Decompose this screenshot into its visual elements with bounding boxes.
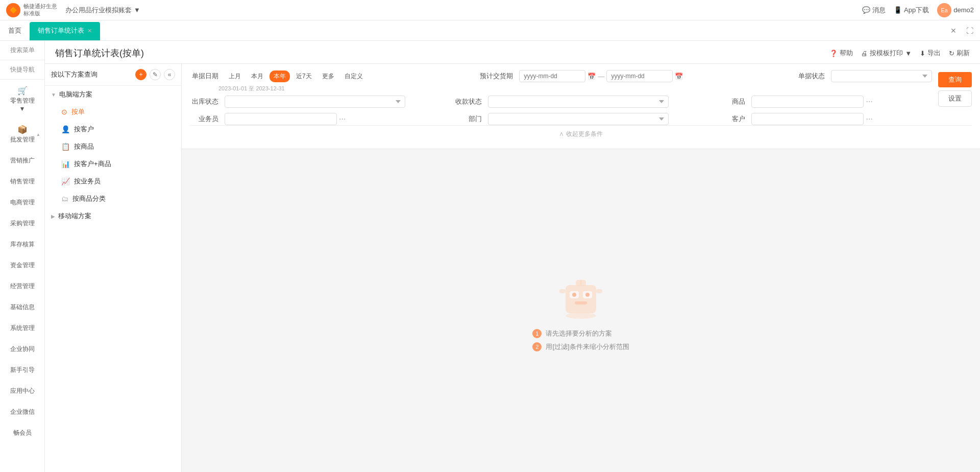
- message-button[interactable]: 💬 消息: [862, 6, 886, 15]
- table-icon: 🗂: [61, 195, 68, 203]
- department-select[interactable]: [488, 113, 669, 125]
- download-icon: 📱: [894, 6, 902, 14]
- export-button[interactable]: ⬇ 导出: [920, 49, 941, 58]
- avatar: Ea: [937, 3, 951, 17]
- sidebar-item-marketing[interactable]: 营销推广: [0, 150, 44, 171]
- app-selector[interactable]: 办公用品行业模拟账套 ▼: [61, 6, 144, 15]
- goods-more-icon[interactable]: ···: [866, 97, 872, 106]
- tree-item-by-goods[interactable]: 📋 按商品: [51, 138, 181, 155]
- sidebar-item-finance[interactable]: 资金管理: [0, 255, 44, 276]
- expected-delivery-start[interactable]: [519, 70, 585, 82]
- left-panel-actions: + ✎ «: [135, 69, 175, 80]
- tree-item-by-customer[interactable]: 👤 按客户: [51, 121, 181, 138]
- top-bar-right: 💬 消息 📱 App下载 Ea demo2: [862, 3, 974, 17]
- payment-status-select[interactable]: [488, 96, 669, 108]
- delivery-status-select[interactable]: [225, 96, 405, 108]
- tab-maximize-button[interactable]: ⛶: [964, 25, 976, 37]
- empty-state: 1 请先选择要分析的方案 2 用[过滤]条件来缩小分析范围: [182, 149, 980, 472]
- logo-icon: 🔶: [6, 3, 20, 17]
- sidebar-item-enterprise[interactable]: 企业协同: [0, 339, 44, 360]
- tree-item-by-salesperson[interactable]: 📈 按业务员: [51, 173, 181, 190]
- goods-input[interactable]: [751, 96, 864, 108]
- calendar-start-icon[interactable]: 📅: [587, 73, 596, 80]
- payment-status-label: 收款状态: [453, 97, 482, 106]
- query-button[interactable]: 查询: [938, 72, 972, 87]
- retail-icon: 🛒: [0, 86, 44, 96]
- inner-layout: 按以下方案查询 + ✎ « ▼ 电脑端方案 ⊙ 按单: [45, 64, 980, 472]
- sidebar-item-basic[interactable]: 基础信息: [0, 297, 44, 318]
- tree-item-by-category[interactable]: 🗂 按商品分类: [51, 190, 181, 207]
- svg-point-4: [572, 293, 576, 297]
- svg-rect-6: [575, 301, 587, 304]
- date-btn-this-year[interactable]: 本年: [270, 70, 290, 82]
- tab-bar-right: ✕ ⛶: [947, 25, 976, 37]
- tab-close-icon[interactable]: ✕: [87, 28, 92, 34]
- search-menu[interactable]: 搜索菜单: [0, 41, 44, 60]
- date-btn-7days[interactable]: 近7天: [292, 70, 316, 82]
- tree-item-by-order[interactable]: ⊙ 按单: [51, 103, 181, 121]
- mobile-section-header[interactable]: ▶ 移动端方案: [45, 207, 181, 225]
- goods-label: 商品: [717, 97, 745, 106]
- sidebar-item-appcenter[interactable]: 应用中心: [0, 381, 44, 402]
- user-menu[interactable]: Ea demo2: [937, 3, 974, 17]
- date-btn-more[interactable]: 更多: [318, 70, 338, 82]
- action-buttons: 查询 设置: [938, 72, 972, 107]
- sidebar-item-sales[interactable]: 销售管理: [0, 171, 44, 192]
- add-scheme-button[interactable]: +: [135, 69, 146, 80]
- tab-bar: 首页 销售订单统计表 ✕ ✕ ⛶: [0, 20, 980, 41]
- sidebar-item-wechat[interactable]: 企业微信: [0, 402, 44, 422]
- goods-icon: 📋: [61, 143, 70, 151]
- pc-section-header[interactable]: ▼ 电脑端方案: [45, 86, 181, 103]
- sidebar-item-newguide[interactable]: 新手引导: [0, 360, 44, 381]
- date-range-text: 2023-01-01 至 2023-12-31: [218, 85, 285, 91]
- date-btn-this-month[interactable]: 本月: [247, 70, 267, 82]
- customer-more-icon[interactable]: ···: [866, 114, 872, 124]
- customer-input[interactable]: [751, 113, 864, 125]
- status-label: 单据状态: [796, 72, 825, 81]
- customer-control: ···: [751, 113, 932, 125]
- sidebar-item-ecommerce[interactable]: 电商管理: [0, 192, 44, 213]
- content-area: 销售订单统计表(按单) ❓ 帮助 🖨 按模板打印 ▼ ⬇ 导出 ↻ 刷新: [45, 41, 980, 472]
- status-control: [831, 70, 932, 82]
- filter-row-3: 业务员 ··· 部门: [190, 113, 932, 125]
- calendar-end-icon[interactable]: 📅: [675, 73, 683, 80]
- svg-rect-1: [566, 285, 596, 313]
- status-select[interactable]: [831, 70, 932, 82]
- person-icon: 👤: [61, 125, 70, 133]
- sidebar-item-inventory[interactable]: 库存核算: [0, 234, 44, 255]
- date-quick-buttons: 上月 本月 本年 近7天 更多 自定义: [225, 70, 367, 82]
- date-btn-custom[interactable]: 自定义: [340, 70, 367, 82]
- edit-scheme-button[interactable]: ✎: [150, 69, 161, 80]
- sidebar-item-system[interactable]: 系统管理: [0, 318, 44, 339]
- template-print-button[interactable]: 🖨 按模板打印 ▼: [861, 49, 912, 58]
- refresh-icon: ↻: [949, 50, 954, 57]
- refresh-button[interactable]: ↻ 刷新: [949, 49, 970, 58]
- tab-stats[interactable]: 销售订单统计表 ✕: [30, 22, 100, 40]
- help-icon: ❓: [829, 50, 838, 57]
- sidebar-item-retail[interactable]: 🛒 零售管理: [0, 80, 44, 119]
- radio-icon: ⊙: [61, 108, 67, 116]
- salesperson-more-icon[interactable]: ···: [339, 114, 346, 124]
- filter-row-2: 出库状态 收款状态: [190, 96, 932, 108]
- app-download-button[interactable]: 📱 App下载: [894, 6, 929, 15]
- tree-item-by-customer-goods[interactable]: 📊 按客户+商品: [51, 155, 181, 173]
- logo-text: 畅捷通好生意 标准版: [23, 3, 57, 16]
- quick-nav[interactable]: 快捷导航: [0, 60, 44, 80]
- sidebar-item-wholesale[interactable]: 📦 批发管理: [0, 119, 44, 150]
- date-btn-last-month[interactable]: 上月: [225, 70, 245, 82]
- sidebar-item-purchase[interactable]: 采购管理: [0, 213, 44, 234]
- right-panel: 单据日期 上月 本月 本年 近7天 更多 自定义: [182, 64, 980, 472]
- sidebar-item-member[interactable]: 畅会员: [0, 422, 44, 443]
- salesperson-input[interactable]: [225, 113, 337, 125]
- chart-icon: 📈: [61, 177, 70, 185]
- help-button[interactable]: ❓ 帮助: [829, 49, 853, 58]
- tab-home[interactable]: 首页: [0, 22, 30, 40]
- tree-collapse-icon: ▶: [51, 214, 55, 219]
- expected-delivery-end[interactable]: [606, 70, 673, 82]
- tab-minimize-button[interactable]: ✕: [947, 25, 960, 37]
- salesperson-label: 业务员: [190, 114, 218, 124]
- collapse-panel-button[interactable]: «: [164, 69, 175, 80]
- settings-button[interactable]: 设置: [938, 90, 972, 107]
- sidebar-item-operation[interactable]: 经营管理: [0, 276, 44, 297]
- collapse-bar[interactable]: ∧ 收起更多条件: [190, 125, 972, 143]
